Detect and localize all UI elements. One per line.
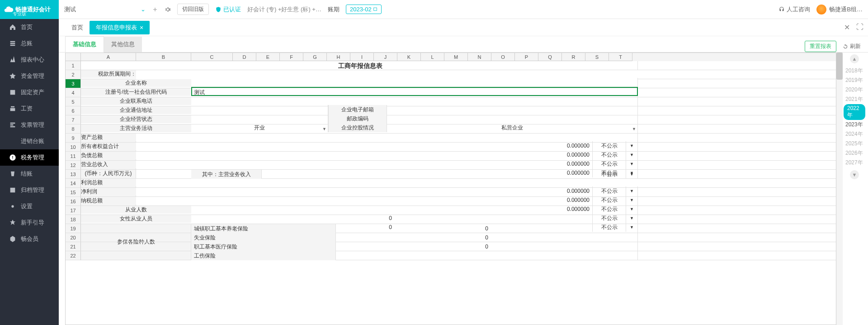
nav-item-10[interactable]: 归档管理 [0,182,59,198]
col-header[interactable]: I [350,53,374,61]
refresh-button[interactable]: 刷新 [843,43,861,50]
row-header[interactable]: 15 [66,188,81,197]
nav-item-0[interactable]: 首页 [0,19,59,35]
old-version-button[interactable]: 切回旧版 [177,4,209,15]
nav-icon [9,219,16,226]
row-header[interactable]: 11 [66,152,81,161]
col-header[interactable]: J [374,53,397,61]
col-header[interactable]: K [397,53,421,61]
nav-item-2[interactable]: 报表中心 [0,52,59,68]
year-option[interactable]: 2022年 [844,104,865,120]
gear-icon[interactable] [165,6,171,13]
period-select[interactable]: 2023-02 [346,5,382,14]
nav-item-11[interactable]: 设置 [0,198,59,215]
nav-item-13[interactable]: 畅会员 [0,231,59,247]
row-header[interactable]: 12 [66,161,81,170]
row-header[interactable]: 19 [66,224,81,233]
nav-item-5[interactable]: 工资 [0,100,59,117]
product-info: 好会计 (专) +好生意 (标) +… [247,5,321,14]
spreadsheet[interactable]: ABCDEFGHIJKLMNOPQRST 1234567891011121314… [65,53,836,325]
row-header[interactable]: 2 [66,70,81,79]
col-header[interactable]: C [191,53,233,61]
tab-home[interactable]: 首页 [65,21,90,34]
close-icon[interactable]: × [140,24,143,31]
subtab-other[interactable]: 其他信息 [104,37,142,52]
col-header[interactable]: R [562,53,585,61]
row-header[interactable]: 18 [66,215,81,224]
row-header[interactable]: 4 [66,88,81,97]
col-header[interactable]: H [327,53,350,61]
row-header[interactable]: 3 [66,79,81,88]
nav-icon [9,170,16,177]
col-header[interactable]: O [491,53,515,61]
col-header[interactable]: Q [538,53,562,61]
year-option[interactable]: 2026年 [844,148,865,158]
scroll-thumb[interactable] [836,53,843,80]
status-label: 企业经营状态 [81,115,191,123]
col-header[interactable]: L [421,53,444,61]
chevron-down-icon[interactable]: ▼ [626,170,638,179]
year-option[interactable]: 2019年 [844,76,865,85]
row-header[interactable]: 8 [66,124,81,134]
nav-item-4[interactable]: 固定资产 [0,84,59,100]
nav-item-3[interactable]: 资金管理 [0,68,59,84]
col-header[interactable]: N [468,53,491,61]
year-option[interactable]: 2023年 [844,120,865,129]
row-header[interactable]: 20 [66,233,81,242]
row-header[interactable]: 1 [66,61,81,70]
year-option[interactable]: 2020年 [844,85,865,95]
regno-label: 注册号/统一社会信用代码 [81,88,191,96]
year-up-icon[interactable]: ▲ [850,54,859,63]
reset-button[interactable]: 重置报表 [805,41,836,52]
row-header[interactable]: 22 [66,251,81,260]
row-header[interactable]: 21 [66,242,81,251]
topbar: 测试 ⌄ 切回旧版 已认证 好会计 (专) +好生意 (标) +… 账期 202… [59,0,868,19]
tab-annual-report[interactable]: 年报信息申报表 × [90,21,150,34]
nav-icon [9,154,16,161]
logo[interactable]: 畅捷通好会计 专业版 [0,0,59,19]
year-option[interactable]: 2024年 [844,129,865,139]
col-header[interactable]: M [444,53,468,61]
row-header[interactable]: 6 [66,106,81,115]
nav-item-12[interactable]: 新手引导 [0,215,59,231]
year-option[interactable]: 2027年 [844,158,865,167]
col-header[interactable]: A [81,53,136,61]
row-header[interactable]: 13 [66,170,81,179]
row-header[interactable]: 16 [66,197,81,206]
col-header[interactable]: F [280,53,303,61]
col-header[interactable]: D [233,53,256,61]
company-select[interactable]: 测试 ⌄ [64,5,146,14]
nav-item-7[interactable]: 进销台账 [0,133,59,149]
support-button[interactable]: 人工咨询 [778,5,810,14]
fullscreen-icon[interactable]: ⛶ [856,23,863,32]
cells[interactable]: 工商年报信息表 税款所属期间： 2022年度 企业名称 测试 注册号/统一社会信… [81,61,836,260]
row-header[interactable]: 14 [66,179,81,188]
col-header[interactable]: S [585,53,609,61]
shield-icon [215,6,222,13]
col-header[interactable]: G [303,53,327,61]
row-header[interactable]: 9 [66,134,81,143]
year-down-icon[interactable]: ▼ [850,170,859,179]
scrollbar-vertical[interactable] [836,53,843,325]
nav-item-8[interactable]: 税务管理 [0,149,59,166]
col-header[interactable]: P [515,53,538,61]
user-menu[interactable]: 畅捷通B组… [816,5,863,14]
year-option[interactable]: 2018年 [844,66,865,76]
female-label: 女性从业人员 [81,215,191,223]
year-option[interactable]: 2025年 [844,139,865,148]
col-header[interactable]: B [136,53,191,61]
col-header[interactable]: T [609,53,632,61]
row-header[interactable]: 10 [66,143,81,152]
plus-icon[interactable] [152,6,158,13]
row-header[interactable]: 5 [66,97,81,106]
subtab-basic[interactable]: 基础信息 [65,36,104,53]
row-header[interactable]: 17 [66,206,81,215]
close-all-icon[interactable]: ✕ [844,23,850,32]
column-headers: ABCDEFGHIJKLMNOPQRST [66,53,836,61]
nav-item-6[interactable]: 发票管理 [0,117,59,133]
year-option[interactable]: 2021年 [844,95,865,104]
nav-item-1[interactable]: 总账 [0,35,59,52]
row-header[interactable]: 7 [66,115,81,124]
col-header[interactable]: E [256,53,280,61]
nav-item-9[interactable]: 结账 [0,166,59,182]
